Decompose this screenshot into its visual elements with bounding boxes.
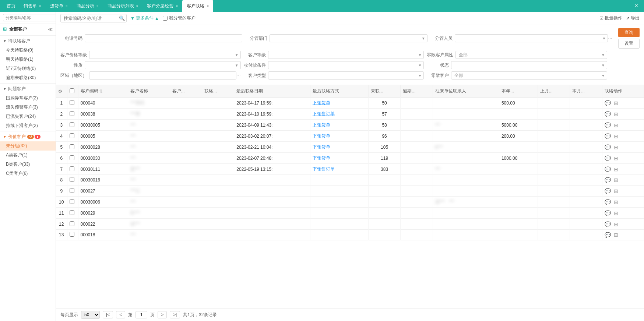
cell-checkbox[interactable] [67, 219, 78, 230]
sidebar-item-lost[interactable]: 已流失客户(24) [0, 112, 56, 121]
prev-page-btn[interactable]: < [116, 311, 125, 318]
sidebar-item-a-class[interactable]: A类客户(1) [0, 151, 56, 160]
comment-icon[interactable]: 💬 [605, 111, 611, 117]
cell-last-contact-way[interactable]: 下销货单 [310, 153, 368, 164]
row-checkbox[interactable] [70, 232, 74, 237]
sidebar-search-input[interactable] [3, 14, 56, 21]
filter-retail-attr-select[interactable]: 全部 [455, 51, 607, 59]
close-customer-contact-tab-icon[interactable]: × [207, 4, 209, 8]
cell-last-contact-way[interactable]: 下销售订单 [310, 164, 368, 175]
first-page-btn[interactable]: |< [103, 311, 113, 318]
cell-action[interactable]: 💬⊞ [602, 109, 644, 120]
comment-icon[interactable]: 💬 [605, 221, 611, 227]
cell-checkbox[interactable] [67, 131, 78, 142]
tab-customer-segment[interactable]: 客户分层经营 × [142, 0, 182, 12]
row-checkbox[interactable] [70, 166, 74, 171]
cell-action[interactable]: 💬⊞ [602, 153, 644, 164]
col-checkbox[interactable] [67, 85, 78, 98]
export-btn[interactable]: ↗ 导出 [626, 15, 640, 21]
grid-action-icon[interactable]: ⊞ [614, 221, 618, 227]
filter-customer-level-select[interactable] [268, 51, 424, 59]
sidebar-item-overdue[interactable]: 逾期未联络(30) [0, 73, 56, 82]
cell-last-contact-way[interactable]: 下销货单 [310, 120, 368, 131]
row-checkbox[interactable] [70, 144, 74, 149]
grid-action-icon[interactable]: ⊞ [614, 177, 618, 183]
cell-action[interactable]: 💬⊞ [602, 197, 644, 208]
row-checkbox[interactable] [70, 111, 74, 116]
sort-icon[interactable]: ⇅ [99, 89, 103, 94]
action-icons[interactable]: 💬⊞ [605, 199, 641, 205]
sidebar-item-loss-warning[interactable]: 流失预警客户(3) [0, 103, 56, 112]
search-input[interactable] [64, 16, 119, 21]
grid-action-icon[interactable]: ⊞ [614, 155, 618, 161]
grid-action-icon[interactable]: ⊞ [614, 210, 618, 216]
tab-customer-contact[interactable]: 客户联络 × [182, 0, 213, 12]
action-icons[interactable]: 💬⊞ [605, 144, 641, 150]
reset-button[interactable]: 设置 [618, 39, 640, 49]
row-checkbox[interactable] [70, 100, 74, 105]
filter-dept-select[interactable] [270, 34, 427, 42]
filter-status-select[interactable] [451, 61, 607, 69]
sidebar-item-today[interactable]: 今天待联络(0) [0, 46, 56, 55]
sidebar-group-pending[interactable]: ▼ 待联络客户 [0, 36, 56, 46]
more-dots-icon[interactable]: ··· [608, 35, 612, 41]
area-dots-icon[interactable]: ··· [236, 73, 241, 78]
search-icon[interactable]: 🔍 [119, 15, 125, 21]
tab-home[interactable]: 首页 [3, 0, 19, 12]
sidebar-item-7days[interactable]: 近7天待联络(0) [0, 64, 56, 73]
action-icons[interactable]: 💬⊞ [605, 133, 641, 139]
comment-icon[interactable]: 💬 [605, 177, 611, 183]
action-icons[interactable]: 💬⊞ [605, 100, 641, 106]
tab-sales[interactable]: 销售单 × [19, 0, 46, 12]
close-product-analysis-tab-icon[interactable]: × [96, 4, 99, 8]
sidebar-all-customers-header[interactable]: ⊞ 全部客户 ≪ [0, 24, 56, 35]
cell-checkbox[interactable] [67, 197, 78, 208]
sidebar-item-unclassified[interactable]: 未分组(32) [0, 141, 56, 151]
sidebar-item-tomorrow[interactable]: 明天待联络(1) [0, 55, 56, 64]
action-icons[interactable]: 💬⊞ [605, 166, 641, 172]
filter-person-select[interactable] [455, 34, 608, 42]
row-checkbox[interactable] [70, 210, 74, 215]
grid-action-icon[interactable]: ⊞ [614, 188, 618, 194]
grid-action-icon[interactable]: ⊞ [614, 199, 618, 205]
sidebar-item-declining[interactable]: 持续下滑客户(2) [0, 121, 56, 130]
cell-action[interactable]: 💬⊞ [602, 186, 644, 197]
cell-action[interactable]: 💬⊞ [602, 175, 644, 186]
cell-checkbox[interactable] [67, 98, 78, 109]
action-icons[interactable]: 💬⊞ [605, 210, 641, 216]
close-customer-segment-tab-icon[interactable]: × [176, 4, 178, 8]
action-icons[interactable]: 💬⊞ [605, 177, 641, 183]
cell-checkbox[interactable] [67, 186, 78, 197]
close-all-btn[interactable]: × [632, 3, 641, 9]
grid-action-icon[interactable]: ⊞ [614, 122, 618, 128]
close-product-analysis-list-tab-icon[interactable]: × [136, 4, 138, 8]
filter-customer-type-select[interactable] [268, 71, 424, 80]
cell-action[interactable]: 💬⊞ [602, 219, 644, 230]
comment-icon[interactable]: 💬 [605, 144, 611, 150]
close-purchase-tab-icon[interactable]: × [66, 4, 68, 8]
comment-icon[interactable]: 💬 [605, 166, 611, 172]
action-icons[interactable]: 💬⊞ [605, 111, 641, 117]
query-button[interactable]: 查询 [618, 28, 640, 37]
cell-action[interactable]: 💬⊞ [602, 230, 644, 240]
col-settings[interactable]: ⚙ [56, 85, 67, 98]
comment-icon[interactable]: 💬 [605, 199, 611, 205]
collapse-icon[interactable]: ≪ [48, 27, 53, 32]
row-checkbox[interactable] [70, 133, 74, 138]
cell-checkbox[interactable] [67, 230, 78, 240]
row-checkbox[interactable] [70, 155, 74, 160]
row-checkbox[interactable] [70, 177, 74, 182]
tab-purchase[interactable]: 进货单 × [46, 0, 72, 12]
comment-icon[interactable]: 💬 [605, 210, 611, 216]
row-checkbox[interactable] [70, 122, 74, 127]
comment-icon[interactable]: 💬 [605, 232, 611, 238]
cell-last-contact-way[interactable]: 下销货单 [310, 131, 368, 142]
bulk-operation-btn[interactable]: ☑ 批量操作 [599, 15, 622, 21]
cell-checkbox[interactable] [67, 142, 78, 153]
comment-icon[interactable]: 💬 [605, 122, 611, 128]
page-input[interactable] [136, 311, 147, 318]
grid-action-icon[interactable]: ⊞ [614, 133, 618, 139]
grid-action-icon[interactable]: ⊞ [614, 166, 618, 172]
next-page-btn[interactable]: > [158, 311, 167, 318]
action-icons[interactable]: 💬⊞ [605, 155, 641, 161]
